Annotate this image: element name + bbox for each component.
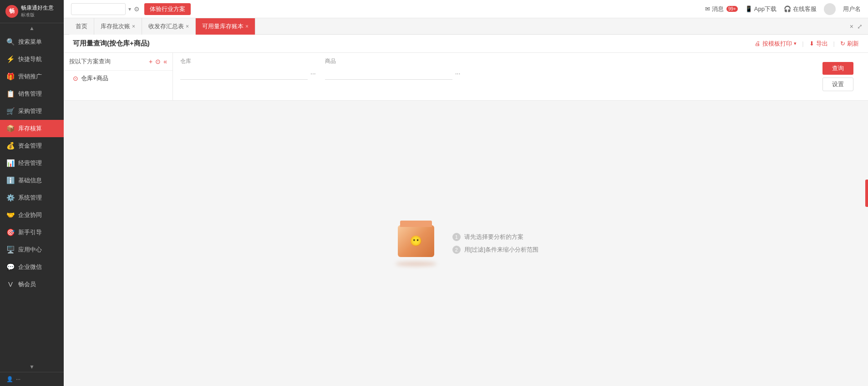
app-download-label: App下载 <box>754 5 777 13</box>
query-panel: 按以下方案查询 + ⊙ « ⊙ 仓库+商品 仓库 <box>64 53 868 101</box>
tab-batch-ledger-close[interactable]: × <box>132 23 135 30</box>
print-button[interactable]: 🖨 按模板打印 ▾ <box>755 40 797 48</box>
app-download-button[interactable]: 📱 App下载 <box>745 5 777 13</box>
sidebar-item-sales[interactable]: 📋 销售管理 <box>0 85 64 103</box>
tab-expand-button[interactable]: ⤢ <box>857 23 863 30</box>
settings-button[interactable]: 设置 <box>822 77 853 91</box>
sidebar-item-enterprise-collab[interactable]: 🤝 企业协同 <box>0 206 64 224</box>
sidebar: 畅 畅康通好生意 标准版 ▲ 🔍 搜索菜单 ⚡ 快捷导航 🎁 营销推广 📋 销售… <box>0 0 64 386</box>
refresh-button[interactable]: ↻ 刷新 <box>840 40 859 48</box>
warehouse-filter-input[interactable] <box>180 67 308 80</box>
wechat-icon: 💬 <box>6 263 15 271</box>
topbar: ▾ ⚙ 体验行业方案 ✉ 消息 99+ 📱 App下载 🎧 在线客服 用户名 <box>64 0 868 18</box>
sidebar-item-inventory[interactable]: 📦 库存核算 <box>0 120 64 137</box>
industry-solution-button[interactable]: 体验行业方案 <box>144 3 191 15</box>
topbar-username: 用户名 <box>843 5 861 13</box>
sidebar-logo: 畅 畅康通好生意 标准版 <box>0 0 64 23</box>
empty-hint-2: 2 用[过滤]条件来缩小分析范围 <box>452 246 538 254</box>
tab-available-qty-close[interactable]: × <box>245 23 249 30</box>
tab-close-all-button[interactable]: × <box>850 23 853 30</box>
message-icon: ✉ <box>705 5 710 12</box>
refresh-icon: ↻ <box>840 40 845 47</box>
sidebar-item-onboarding[interactable]: 🎯 新手引导 <box>0 224 64 241</box>
scheme-item-warehouse-product[interactable]: ⊙ 仓库+商品 <box>64 71 173 86</box>
empty-hint-1: 1 请先选择要分析的方案 <box>452 233 538 241</box>
sidebar-item-system[interactable]: ⚙️ 系统管理 <box>0 189 64 206</box>
product-filter-more-button[interactable]: ··· <box>455 70 461 77</box>
sidebar-item-basic-info[interactable]: ℹ️ 基础信息 <box>0 172 64 189</box>
sidebar-item-app-center[interactable]: 🖥️ 应用中心 <box>0 241 64 258</box>
print-dropdown-arrow[interactable]: ▾ <box>794 41 797 46</box>
download-icon: 📱 <box>745 5 752 12</box>
warehouse-filter-row: ··· <box>180 67 316 80</box>
product-filter-input[interactable] <box>325 67 452 80</box>
scheme-item-label: 仓库+商品 <box>81 74 108 82</box>
sidebar-item-finance[interactable]: 💰 资金管理 <box>0 137 64 154</box>
sidebar-item-label: 搜索菜单 <box>18 38 42 46</box>
filter-area: 仓库 ··· 商品 ··· 查询 设置 <box>173 53 868 100</box>
product-filter-row: ··· <box>325 67 461 80</box>
tab-stock-summary-label: 收发存汇总表 <box>148 22 184 31</box>
tab-available-qty[interactable]: 可用量库存账本 × <box>196 18 255 35</box>
sidebar-scroll-down[interactable]: ▼ <box>0 362 64 372</box>
topbar-search-area: ▾ ⚙ <box>71 3 140 15</box>
sidebar-item-members[interactable]: V 畅会员 <box>0 276 64 293</box>
info-icon: ℹ️ <box>6 176 15 185</box>
sidebar-nav: 🔍 搜索菜单 ⚡ 快捷导航 🎁 营销推广 📋 销售管理 🛒 采购管理 📦 库存核… <box>0 33 64 362</box>
sidebar-item-label: 基础信息 <box>18 176 42 185</box>
gear-icon: ⚙️ <box>6 194 15 202</box>
refresh-label: 刷新 <box>847 40 859 48</box>
message-button[interactable]: ✉ 消息 99+ <box>705 5 738 13</box>
sidebar-item-label: 企业协同 <box>18 211 42 219</box>
app-badge: 标准版 <box>21 12 54 18</box>
sidebar-item-label: 快捷导航 <box>18 55 42 63</box>
search-icon: 🔍 <box>6 38 15 46</box>
sidebar-item-operations[interactable]: 📊 经营管理 <box>0 154 64 172</box>
warehouse-filter-label: 仓库 <box>180 57 316 65</box>
product-filter-group: 商品 ··· <box>325 57 461 80</box>
main-area: ▾ ⚙ 体验行业方案 ✉ 消息 99+ 📱 App下载 🎧 在线客服 用户名 <box>64 0 868 386</box>
topbar-settings-icon[interactable]: ⚙ <box>134 5 140 13</box>
sidebar-item-label: 企业微信 <box>18 263 42 271</box>
sidebar-item-label: 畅会员 <box>18 280 36 288</box>
scheme-collapse-button[interactable]: « <box>163 58 167 65</box>
sidebar-item-enterprise-wechat[interactable]: 💬 企业微信 <box>0 258 64 276</box>
scheme-settings-button[interactable]: ⊙ <box>155 58 161 65</box>
warehouse-filter-more-button[interactable]: ··· <box>310 70 316 77</box>
tab-stock-summary[interactable]: 收发存汇总表 × <box>142 18 196 35</box>
online-service-button[interactable]: 🎧 在线客服 <box>784 5 817 13</box>
gift-icon: 🎁 <box>6 72 15 81</box>
operations-icon: 📊 <box>6 159 15 167</box>
sidebar-user-area[interactable]: 👤 ··· <box>0 372 64 386</box>
export-label: 导出 <box>816 40 828 48</box>
tab-stock-summary-close[interactable]: × <box>186 23 189 30</box>
product-filter-label: 商品 <box>325 57 461 65</box>
handshake-icon: 🤝 <box>6 211 15 219</box>
user-avatar[interactable] <box>824 3 836 15</box>
query-button[interactable]: 查询 <box>822 62 853 75</box>
right-scroll-bar[interactable] <box>865 180 868 207</box>
online-service-label: 在线客服 <box>793 5 817 13</box>
scheme-add-button[interactable]: + <box>149 58 152 65</box>
scheme-panel-title: 按以下方案查询 <box>69 57 111 66</box>
app-logo-icon: 畅 <box>5 5 18 18</box>
apps-icon: 🖥️ <box>6 246 15 254</box>
user-icon: 👤 <box>6 376 13 382</box>
scheme-panel-header: 按以下方案查询 + ⊙ « <box>64 53 173 71</box>
tab-home[interactable]: 首页 <box>69 18 94 35</box>
tab-available-qty-label: 可用量库存账本 <box>202 22 244 31</box>
topbar-dropdown-arrow[interactable]: ▾ <box>128 6 131 12</box>
topbar-search-input[interactable] <box>71 3 126 15</box>
sidebar-item-label: 新手引导 <box>18 228 42 237</box>
tab-batch-ledger[interactable]: 库存批次账 × <box>94 18 142 35</box>
purchase-icon: 🛒 <box>6 107 15 115</box>
sidebar-scroll-up[interactable]: ▲ <box>0 23 64 33</box>
sidebar-item-search[interactable]: 🔍 搜索菜单 <box>0 33 64 51</box>
sidebar-item-label: 资金管理 <box>18 142 42 150</box>
sidebar-item-marketing[interactable]: 🎁 营销推广 <box>0 68 64 85</box>
scheme-panel-header-actions: + ⊙ « <box>149 58 167 65</box>
sidebar-item-quick-nav[interactable]: ⚡ 快捷导航 <box>0 51 64 68</box>
export-button[interactable]: ⬇ 导出 <box>809 40 828 48</box>
sidebar-item-purchase[interactable]: 🛒 采购管理 <box>0 103 64 120</box>
sidebar-item-label: 采购管理 <box>18 107 42 115</box>
